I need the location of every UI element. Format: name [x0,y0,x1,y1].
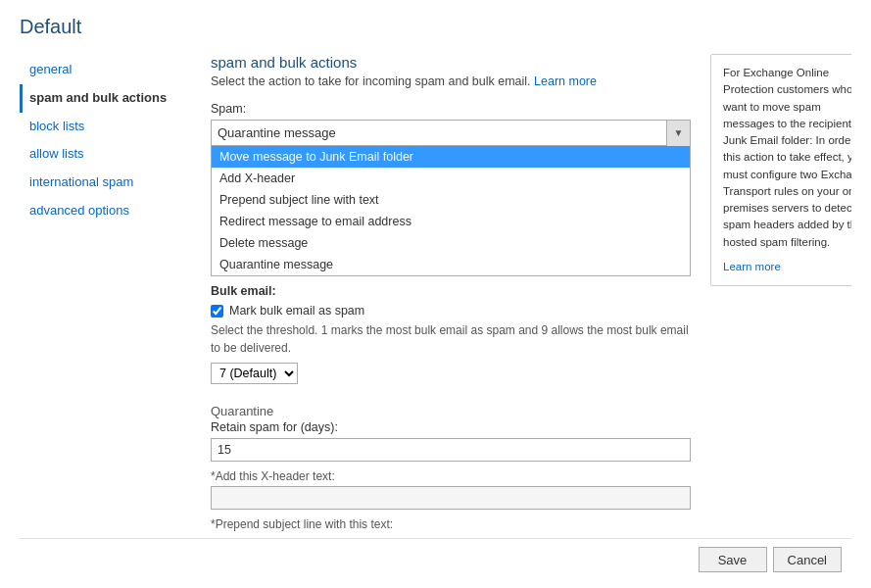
dropdown-option-add-xheader[interactable]: Add X-header [212,168,690,189]
quarantine-title: Quarantine [211,404,691,418]
xheader-input[interactable] [211,486,691,510]
retain-spam-input[interactable] [211,438,691,462]
sidebar-item-allow-lists[interactable]: allow lists [20,140,191,169]
save-button[interactable]: Save [699,547,767,572]
prepend-label: *Prepend subject line with this text: [211,517,691,531]
cancel-button[interactable]: Cancel [773,547,842,572]
spam-label: Spam: [211,102,691,116]
sidebar-item-block-lists[interactable]: block lists [20,113,191,141]
dropdown-option-move-junk[interactable]: Move message to Junk Email folder [212,146,690,168]
sidebar-item-spam-bulk[interactable]: spam and bulk actions [20,84,191,113]
dropdown-option-prepend-subject[interactable]: Prepend subject line with text [212,189,690,211]
dropdown-option-delete[interactable]: Delete message [212,232,690,254]
bulk-email-label: Bulk email: [211,284,691,298]
bulk-threshold-select[interactable]: 7 (Default) [211,363,298,384]
learn-more-link-top[interactable]: Learn more [534,74,597,88]
dropdown-list: Move message to Junk Email folder Add X-… [212,146,690,275]
sidebar: general spam and bulk actions block list… [20,54,191,532]
bulk-email-section: Bulk email: Mark bulk email as spam Sele… [211,284,691,384]
spam-action-dropdown[interactable]: Quarantine message ▼ Move message to Jun… [211,120,691,276]
footer: Save Cancel [20,538,851,578]
dropdown-option-quarantine[interactable]: Quarantine message [212,254,690,275]
dropdown-option-redirect[interactable]: Redirect message to email address [212,211,690,232]
retain-spam-label: Retain spam for (days): [211,420,691,434]
tooltip-text: For Exchange Online Protection customers… [723,67,851,248]
sidebar-item-advanced[interactable]: advanced options [20,197,191,225]
dropdown-arrow-btn[interactable]: ▼ [666,121,690,146]
quarantine-section: Quarantine Retain spam for (days): *Add … [211,404,691,532]
dropdown-selected-value: Quarantine message [212,125,666,140]
page-title: Default [20,16,851,38]
bulk-desc: Select the threshold. 1 marks the most b… [211,321,691,357]
section-description: Select the action to take for incoming s… [211,74,691,88]
mark-bulk-label[interactable]: Mark bulk email as spam [229,304,364,318]
section-title: spam and bulk actions [211,54,691,71]
sidebar-item-general[interactable]: general [20,56,191,84]
sidebar-item-international[interactable]: international spam [20,169,191,197]
xheader-label: *Add this X-header text: [211,469,691,483]
dropdown-header[interactable]: Quarantine message ▼ [212,121,690,146]
mark-bulk-row: Mark bulk email as spam [211,304,691,318]
mark-bulk-checkbox[interactable] [211,305,223,318]
tooltip-box: For Exchange Online Protection customers… [710,54,851,286]
tooltip-learn-more-link[interactable]: Learn more [723,259,851,275]
main-content: spam and bulk actions Select the action … [191,54,701,532]
